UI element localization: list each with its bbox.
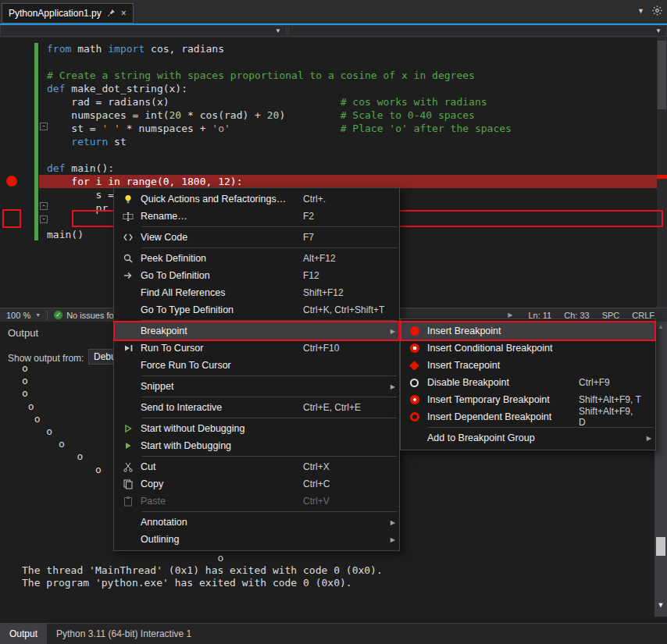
menu-item-insert-breakpoint[interactable]: Insert Breakpoint: [401, 322, 655, 340]
output-line: o: [22, 552, 383, 564]
close-icon[interactable]: ×: [121, 9, 127, 18]
panel-tab-output[interactable]: Output: [0, 624, 47, 644]
play-icon: [115, 440, 141, 451]
zoom-control[interactable]: 100 %: [6, 311, 30, 320]
menu-item-add-to-breakpoint-group[interactable]: Add to Breakpoint Group▶: [401, 429, 655, 447]
breakpoint-icon[interactable]: [6, 176, 17, 187]
gear-icon[interactable]: [652, 5, 662, 17]
code-line: for i in range(0, 1800, 12):: [47, 175, 512, 188]
document-tab-bar: PythonApplication1.py × ▼: [0, 0, 667, 23]
code-line: return st: [47, 135, 512, 148]
output-line: The program 'python.exe' has exited with…: [22, 577, 383, 589]
chevron-down-icon[interactable]: ▼: [35, 312, 41, 318]
menu-item-label: Rename…: [141, 211, 303, 222]
menu-item-annotation[interactable]: Annotation▶: [115, 514, 398, 531]
rename-icon: [115, 211, 141, 222]
output-vertical-scrollbar[interactable]: ▲ ▼: [655, 322, 667, 617]
peek-icon: [115, 253, 141, 264]
panel-tab-python-3-11-64-bit-interactive-1[interactable]: Python 3.11 (64-bit) Interactive 1: [47, 624, 201, 644]
menu-item-label: Annotation: [141, 517, 303, 528]
scrollbar-thumb[interactable]: [658, 41, 666, 109]
nav-type-dropdown[interactable]: ▼: [0, 25, 287, 37]
code-line: rad = radians(x) # cos works with radian…: [47, 95, 512, 109]
pin-icon[interactable]: [107, 9, 116, 19]
menu-item-label: Run To Cursor: [141, 343, 303, 354]
scroll-right-arrow-icon[interactable]: ▶: [508, 311, 512, 318]
bp-disabled-icon: [401, 379, 427, 387]
chevron-down-icon: ▼: [655, 27, 662, 34]
play-outline-icon: [115, 423, 141, 434]
goto-def-icon: [115, 270, 141, 281]
menu-item-disable-breakpoint[interactable]: Disable BreakpointCtrl+F9: [401, 374, 655, 391]
bp-conditional-icon: [401, 343, 427, 353]
menu-item-cut[interactable]: CutCtrl+X: [115, 458, 398, 475]
lightbulb-icon: [115, 194, 141, 205]
menu-item-label: Insert Dependent Breakpoint: [427, 411, 579, 422]
code-line: # Create a string with spaces proportion…: [47, 69, 512, 82]
menu-item-go-to-definition[interactable]: Go To DefinitionF12: [115, 267, 398, 284]
menu-item-label: Insert Temporary Breakpoint: [427, 394, 579, 405]
divider: [47, 311, 48, 320]
menu-item-shortcut: Shift+Alt+F9, D: [579, 406, 642, 428]
menu-item-view-code[interactable]: View CodeF7: [115, 229, 398, 246]
menu-item-send-to-interactive[interactable]: Send to InteractiveCtrl+E, Ctrl+E: [115, 399, 398, 416]
menu-item-peek-definition[interactable]: Peek DefinitionAlt+F12: [115, 250, 398, 267]
vs-window: PythonApplication1.py × ▼ ▼ ▼ from math …: [0, 0, 667, 644]
submenu-arrow-icon: ▶: [386, 383, 395, 390]
menu-item-force-run-to-cursor[interactable]: Force Run To Cursor: [115, 357, 398, 374]
menu-item-copy[interactable]: CopyCtrl+C: [115, 475, 398, 493]
change-tracking-bar: [34, 43, 38, 240]
menu-item-label: Go To Type Definition: [141, 304, 303, 315]
editor-vertical-scrollbar[interactable]: [657, 37, 667, 308]
menu-item-label: Insert Breakpoint: [427, 326, 579, 336]
menu-item-label: Cut: [141, 461, 303, 472]
menu-item-find-all-references[interactable]: Find All ReferencesShift+F12: [115, 284, 398, 301]
code-line: [47, 55, 512, 69]
menu-item-label: Force Run To Cursor: [141, 360, 303, 371]
code-line: [47, 148, 512, 162]
tab-list-chevron-icon[interactable]: ▼: [637, 8, 644, 15]
menu-item-outlining[interactable]: Outlining▶: [115, 531, 398, 548]
breakpoint-scroll-marker: [657, 175, 667, 179]
bp-tracepoint-icon: [401, 362, 427, 369]
menu-item-go-to-type-definition[interactable]: Go To Type DefinitionCtrl+K, Ctrl+Shift+…: [115, 301, 398, 318]
menu-separator: [141, 320, 397, 321]
menu-separator: [141, 375, 397, 376]
menu-item-label: Breakpoint: [141, 326, 303, 336]
scrollbar-thumb[interactable]: [656, 537, 665, 556]
paste-icon: [115, 496, 141, 507]
collapse-toggle-icon[interactable]: -: [40, 123, 48, 130]
menu-item-paste[interactable]: PasteCtrl+V: [115, 493, 398, 510]
submenu-arrow-icon: ▶: [386, 328, 395, 335]
menu-item-start-without-debugging[interactable]: Start without Debugging: [115, 420, 398, 437]
menu-item-insert-tracepoint[interactable]: Insert Tracepoint: [401, 357, 655, 374]
menu-item-run-to-cursor[interactable]: Run To CursorCtrl+F10: [115, 340, 398, 357]
panel-tab-bar: OutputPython 3.11 (64-bit) Interactive 1: [0, 623, 667, 644]
menu-item-insert-dependent-breakpoint[interactable]: Insert Dependent BreakpointShift+Alt+F9,…: [401, 408, 655, 425]
menu-separator: [141, 456, 397, 457]
menu-item-rename[interactable]: Rename…F2: [115, 208, 398, 225]
scroll-up-arrow-icon[interactable]: ▲: [655, 323, 667, 330]
menu-item-insert-conditional-breakpoint[interactable]: Insert Conditional Breakpoint: [401, 340, 655, 357]
menu-item-shortcut: Ctrl+K, Ctrl+Shift+T: [303, 304, 386, 315]
menu-item-quick-actions-and-refactorings[interactable]: Quick Actions and Refactorings…Ctrl+.: [115, 190, 398, 208]
output-panel-title: Output: [8, 327, 38, 339]
menu-item-label: Snippet: [141, 381, 303, 392]
navigation-bar: ▼ ▼: [0, 25, 667, 37]
menu-item-breakpoint[interactable]: Breakpoint▶: [115, 322, 398, 340]
code-line: st = ' ' * numspaces + 'o' # Place 'o' a…: [47, 122, 512, 135]
submenu-arrow-icon: ▶: [386, 519, 395, 526]
scroll-down-arrow-icon[interactable]: ▼: [655, 601, 667, 609]
menu-separator: [141, 226, 397, 227]
nav-member-dropdown[interactable]: ▼: [288, 25, 667, 37]
collapse-toggle-icon[interactable]: -: [40, 215, 48, 223]
copy-icon: [115, 479, 141, 489]
menu-item-start-with-debugging[interactable]: Start with Debugging: [115, 437, 398, 454]
menu-item-shortcut: Ctrl+F10: [303, 343, 386, 354]
menu-item-snippet[interactable]: Snippet▶: [115, 378, 398, 395]
menu-item-shortcut: Ctrl+F9: [579, 377, 642, 388]
collapse-toggle-icon[interactable]: -: [40, 202, 48, 210]
no-issues-icon[interactable]: ✓: [54, 311, 62, 319]
tab-pythonapplication1[interactable]: PythonApplication1.py ×: [2, 3, 134, 23]
menu-item-shortcut: Ctrl+E, Ctrl+E: [303, 402, 386, 413]
